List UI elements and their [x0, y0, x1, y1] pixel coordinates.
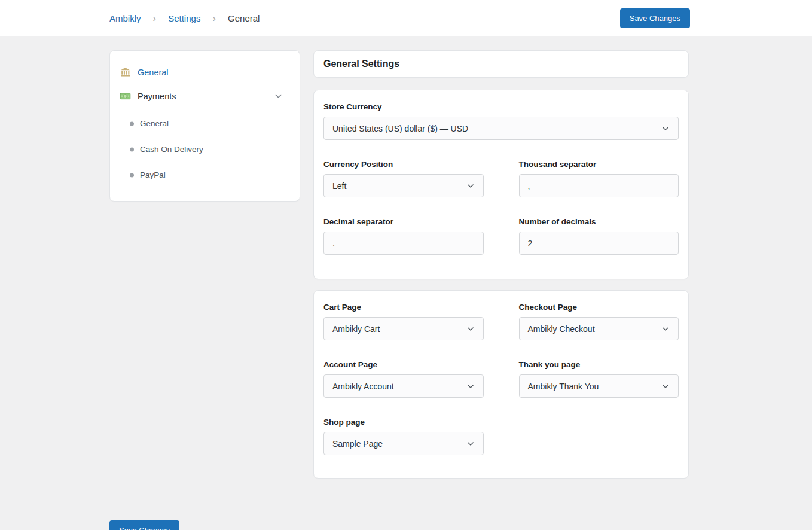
sidebar-subitem-paypal[interactable]: PayPal: [120, 162, 290, 188]
settings-sidebar: General Payments General: [109, 50, 300, 202]
number-of-decimals-input[interactable]: [519, 232, 679, 255]
shop-page-value: Sample Page: [332, 439, 383, 449]
sidebar-item-label: Payments: [138, 92, 176, 101]
checkout-page-value: Ambikly Checkout: [528, 324, 595, 334]
breadcrumb-settings-link[interactable]: Settings: [168, 13, 200, 23]
thank-you-page-label: Thank you page: [519, 360, 679, 369]
cart-page-label: Cart Page: [323, 303, 484, 312]
thousand-separator-input[interactable]: [519, 174, 679, 197]
sidebar-subitem-label: General: [140, 119, 169, 128]
checkout-page-label: Checkout Page: [519, 303, 679, 312]
decimal-separator-input[interactable]: [323, 232, 484, 255]
bullet-icon: [130, 121, 134, 126]
thousand-separator-label: Thousand separator: [519, 160, 679, 169]
chevron-down-icon: [466, 382, 475, 391]
breadcrumb-current-page: General: [228, 13, 260, 23]
sidebar-subitem-payments-general[interactable]: General: [120, 111, 290, 136]
thank-you-page-value: Ambikly Thank You: [528, 382, 599, 391]
thank-you-page-select[interactable]: Ambikly Thank You: [519, 374, 679, 398]
sidebar-item-payments[interactable]: Payments: [120, 87, 290, 105]
store-currency-value: United States (US) dollar ($) — USD: [332, 124, 468, 133]
chevron-down-icon: [661, 382, 670, 391]
number-of-decimals-label: Number of decimals: [519, 217, 679, 226]
account-page-label: Account Page: [323, 360, 484, 369]
sidebar-item-general[interactable]: General: [120, 63, 290, 81]
settings-main: General Settings Store Currency United S…: [313, 50, 689, 489]
decimal-separator-label: Decimal separator: [323, 217, 484, 226]
sidebar-subitem-label: PayPal: [140, 170, 166, 179]
store-currency-label: Store Currency: [323, 102, 679, 111]
bank-icon: [120, 66, 131, 78]
content-area: General Payments General: [109, 50, 689, 489]
save-changes-button-bottom[interactable]: Save Changes: [109, 520, 179, 530]
store-currency-select[interactable]: United States (US) dollar ($) — USD: [323, 117, 679, 140]
account-page-select[interactable]: Ambikly Account: [323, 374, 484, 398]
chevron-down-icon: [661, 124, 670, 133]
page-title-card: General Settings: [313, 50, 689, 78]
page-title: General Settings: [323, 59, 399, 69]
breadcrumb: Ambikly › Settings › General: [109, 13, 260, 23]
save-changes-button-top[interactable]: Save Changes: [620, 8, 690, 28]
chevron-right-icon: ›: [209, 13, 219, 23]
currency-settings-card: Store Currency United States (US) dollar…: [313, 90, 689, 279]
currency-position-label: Currency Position: [323, 160, 484, 169]
top-header: Ambikly › Settings › General Save Change…: [0, 0, 812, 36]
checkout-page-select[interactable]: Ambikly Checkout: [519, 317, 679, 340]
chevron-down-icon: [466, 182, 475, 190]
cart-page-select[interactable]: Ambikly Cart: [323, 317, 484, 340]
chevron-down-icon: [466, 440, 475, 448]
account-page-value: Ambikly Account: [332, 382, 394, 391]
currency-position-select[interactable]: Left: [323, 174, 484, 197]
breadcrumb-home-link[interactable]: Ambikly: [109, 13, 141, 23]
chevron-down-icon: [661, 325, 670, 333]
shop-page-label: Shop page: [323, 418, 484, 427]
bullet-icon: [130, 147, 134, 151]
sidebar-item-label: General: [138, 68, 169, 77]
payments-sub-list: General Cash On Delivery PayPal: [120, 111, 290, 188]
sidebar-subitem-cash-on-delivery[interactable]: Cash On Delivery: [120, 136, 290, 162]
pages-settings-card: Cart Page Ambikly Cart Checkout Page Amb…: [313, 290, 689, 479]
footer-actions: Save Changes: [109, 520, 812, 530]
shop-page-select[interactable]: Sample Page: [323, 432, 484, 455]
sidebar-subitem-label: Cash On Delivery: [140, 145, 203, 154]
banknote-icon: [120, 90, 131, 102]
chevron-right-icon: ›: [149, 13, 160, 23]
chevron-down-icon: [466, 325, 475, 333]
cart-page-value: Ambikly Cart: [332, 324, 380, 334]
currency-position-value: Left: [332, 181, 346, 191]
bullet-icon: [130, 173, 134, 177]
chevron-down-icon[interactable]: [274, 92, 283, 100]
